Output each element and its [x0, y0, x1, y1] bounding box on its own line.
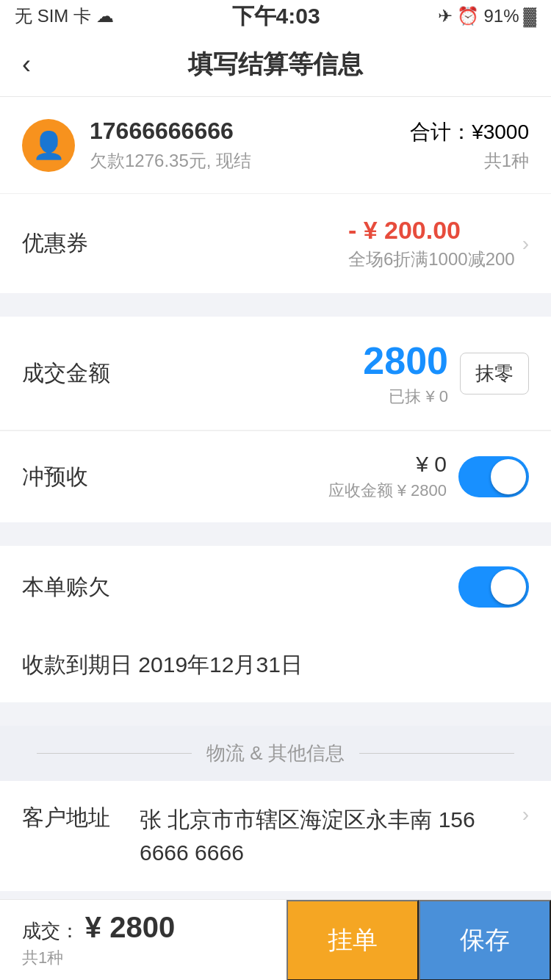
- avatar: 👤: [22, 119, 75, 172]
- due-date-row: 收款到期日 2019年12月31日: [0, 628, 551, 702]
- bottom-count: 共1种: [22, 947, 264, 969]
- avatar-icon: 👤: [32, 130, 65, 161]
- bottom-info: 成交： ¥ 2800 共1种: [0, 911, 287, 969]
- content: 👤 17666666666 欠款1276.35元, 现结 合计：¥3000 共1…: [0, 97, 551, 980]
- back-button[interactable]: ‹: [22, 49, 31, 80]
- total-count: 共1种: [410, 149, 529, 173]
- coupon-desc: 全场6折满1000减200: [348, 248, 515, 271]
- amount-right: 2800 已抹 ¥ 0 抹零: [363, 339, 529, 408]
- user-right: 合计：¥3000 共1种: [410, 118, 529, 173]
- precharge-row: 冲预收 ¥ 0 应收金额 ¥ 2800: [0, 430, 551, 522]
- precharge-sub: 应收金额 ¥ 2800: [328, 480, 447, 502]
- debt-label: 本单赊欠: [22, 572, 110, 602]
- separator-3: [0, 714, 551, 726]
- alarm-icon: ⏰: [457, 6, 479, 26]
- separator-1: [0, 305, 551, 317]
- precharge-info: ¥ 0 应收金额 ¥ 2800: [328, 452, 447, 502]
- bottom-amount: ¥ 2800: [85, 911, 175, 943]
- total-label: 合计：: [410, 120, 472, 143]
- coupon-amount: - ¥ 200.00: [348, 216, 515, 245]
- page-title: 填写结算等信息: [188, 48, 363, 82]
- precharge-toggle-knob: [491, 459, 526, 494]
- amount-row: 成交金额 2800 已抹 ¥ 0 抹零: [0, 317, 551, 430]
- address-row[interactable]: 客户地址 张 北京市市辖区海淀区永丰南 156 6666 6666 ›: [0, 781, 551, 891]
- total-label-amount: 合计：¥3000: [410, 118, 529, 146]
- address-value: 张 北京市市辖区海淀区永丰南 156 6666 6666: [140, 803, 508, 869]
- battery-label: 91%: [483, 6, 519, 26]
- precharge-right: ¥ 0 应收金额 ¥ 2800: [328, 452, 529, 502]
- logistics-label: 物流 & 其他信息: [206, 741, 345, 766]
- user-sub: 欠款1276.35元, 现结: [90, 149, 251, 173]
- user-info: 17666666666 欠款1276.35元, 现结: [90, 118, 251, 173]
- coupon-label: 优惠券: [22, 228, 88, 259]
- coupon-row[interactable]: 优惠券 - ¥ 200.00 全场6折满1000减200 ›: [0, 193, 551, 293]
- separator-2: [0, 534, 551, 546]
- coupon-right: - ¥ 200.00 全场6折满1000减200 ›: [348, 216, 529, 271]
- sim-label: 无 SIM 卡 ☁: [15, 4, 114, 28]
- status-time: 下午4:03: [232, 1, 320, 32]
- user-row: 👤 17666666666 欠款1276.35元, 现结 合计：¥3000 共1…: [0, 97, 551, 193]
- precharge-label: 冲预收: [22, 462, 88, 492]
- address-chevron-icon: ›: [522, 803, 529, 826]
- transaction-sub: 已抹 ¥ 0: [363, 386, 448, 408]
- status-left: 无 SIM 卡 ☁: [15, 4, 114, 28]
- debt-row: 本单赊欠: [0, 546, 551, 628]
- user-left: 👤 17666666666 欠款1276.35元, 现结: [22, 118, 251, 173]
- transaction-card: 成交金额 2800 已抹 ¥ 0 抹零 冲预收 ¥ 0 应收金额 ¥ 2800: [0, 317, 551, 522]
- due-date-label: 收款到期日: [22, 652, 132, 677]
- nav-bar: ‹ 填写结算等信息: [0, 32, 551, 97]
- user-phone: 17666666666: [90, 118, 251, 145]
- location-icon: ✈: [438, 6, 453, 26]
- total-amount: ¥3000: [472, 120, 529, 143]
- debt-toggle-knob: [491, 569, 526, 605]
- bottom-deal-row: 成交： ¥ 2800: [22, 911, 264, 944]
- hold-button[interactable]: 挂单: [287, 900, 419, 981]
- transaction-amount: 2800: [363, 339, 448, 383]
- address-label: 客户地址: [22, 803, 110, 833]
- address-right: ›: [522, 803, 529, 826]
- status-right: ✈ ⏰ 91% ▓: [438, 6, 536, 26]
- transaction-label: 成交金额: [22, 359, 110, 389]
- bottom-bar: 成交： ¥ 2800 共1种 挂单 保存: [0, 899, 551, 980]
- bottom-deal-label: 成交：: [22, 920, 79, 942]
- battery-icon: ▓: [523, 6, 536, 26]
- debt-card: 本单赊欠 收款到期日 2019年12月31日: [0, 546, 551, 702]
- precharge-amount: ¥ 0: [328, 452, 447, 477]
- logistics-divider: 物流 & 其他信息: [0, 726, 551, 781]
- save-button[interactable]: 保存: [419, 900, 551, 981]
- debt-toggle[interactable]: [458, 566, 529, 608]
- round-button[interactable]: 抹零: [460, 353, 529, 394]
- status-bar: 无 SIM 卡 ☁ 下午4:03 ✈ ⏰ 91% ▓: [0, 0, 551, 32]
- chevron-right-icon: ›: [522, 232, 529, 256]
- due-date-value: 2019年12月31日: [138, 652, 302, 677]
- user-card: 👤 17666666666 欠款1276.35元, 现结 合计：¥3000 共1…: [0, 97, 551, 293]
- address-card: 客户地址 张 北京市市辖区海淀区永丰南 156 6666 6666 ›: [0, 781, 551, 891]
- precharge-toggle[interactable]: [458, 456, 529, 497]
